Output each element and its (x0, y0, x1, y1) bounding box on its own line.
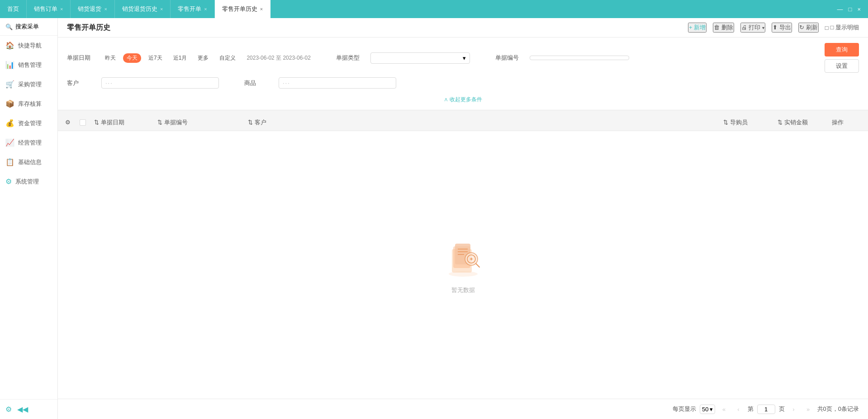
settings-icon[interactable]: ⚙ (5, 405, 12, 414)
goods-input[interactable]: ··· (279, 77, 396, 89)
print-button[interactable]: 🖨 打印 ▾ (740, 23, 766, 33)
sidebar-item-label: 基础信息 (18, 158, 42, 166)
sidebar-item-资金管理[interactable]: 💰资金管理 (0, 113, 57, 133)
date-shortcut-更多[interactable]: 更多 (194, 53, 212, 63)
total-label: 共0页，0条记录 (817, 405, 859, 413)
search-label: 搜索采单 (15, 23, 39, 31)
refresh-button[interactable]: ↻ 刷新 (798, 23, 819, 33)
print-label: 🖨 打印 (741, 24, 761, 32)
col-settings[interactable]: ⚙ (62, 119, 76, 126)
export-button[interactable]: ⬆ 导出 (772, 23, 792, 33)
next-page-btn[interactable]: › (788, 404, 799, 414)
tab-close-icon[interactable]: × (160, 6, 163, 12)
tab-零售开单历史[interactable]: 零售开单历史× (215, 0, 270, 18)
date-range: 2023-06-02 至 2023-06-02 (247, 54, 310, 62)
first-page-btn[interactable]: « (719, 404, 730, 414)
top-bar: 首页销售订单×销货退货×销货退货历史×零售开单×零售开单历史× — □ × (0, 0, 868, 18)
sidebar-item-label: 资金管理 (18, 119, 42, 127)
sidebar: 🔍 搜索采单 🏠快捷导航📊销售管理🛒采购管理📦库存核算💰资金管理📈经营管理📋基础… (0, 18, 58, 419)
sidebar-item-label: 采购管理 (18, 80, 42, 89)
sort-icon-guide[interactable]: ⇅ (723, 119, 728, 126)
page-title: 零售开单历史 (67, 23, 110, 33)
collapse-bar[interactable]: ∧ 收起更多条件 (67, 93, 859, 104)
maximize-icon[interactable]: □ (849, 6, 852, 13)
col-guide: ⇅ 导购员 (720, 118, 774, 127)
collapse-icon[interactable]: ◀◀ (17, 405, 28, 414)
sidebar-item-基础信息[interactable]: 📋基础信息 (0, 152, 57, 172)
sidebar-item-经营管理[interactable]: 📈经营管理 (0, 133, 57, 152)
empty-area: 暂无数据 (58, 131, 868, 399)
page-size-value: 50 (702, 406, 708, 413)
sidebar-icon: 🛒 (5, 80, 14, 89)
sidebar-item-label: 库存核算 (18, 100, 42, 108)
col-amount: ⇅ 实销金额 (774, 118, 828, 127)
tab-close-icon[interactable]: × (60, 6, 63, 12)
tab-首页[interactable]: 首页 (0, 0, 27, 18)
col-check[interactable] (76, 119, 90, 126)
sidebar-icon: ⚙ (5, 177, 12, 186)
sort-icon-num[interactable]: ⇅ (157, 119, 162, 126)
header-checkbox[interactable] (80, 119, 86, 126)
goods-label: 商品 (244, 79, 271, 87)
bill-num-input[interactable] (530, 56, 629, 60)
sidebar-item-label: 销售管理 (18, 61, 42, 69)
query-button[interactable]: 查询 (825, 43, 859, 56)
prev-page-btn[interactable]: ‹ (733, 404, 744, 414)
date-shortcut-昨天[interactable]: 昨天 (101, 53, 119, 63)
sidebar-search[interactable]: 🔍 搜索采单 (0, 18, 57, 36)
sidebar-item-采购管理[interactable]: 🛒采购管理 (0, 75, 57, 94)
sort-icon-amount[interactable]: ⇅ (778, 119, 783, 126)
tab-销货退货[interactable]: 销货退货× (71, 0, 114, 18)
tab-close-icon[interactable]: × (204, 6, 207, 12)
sidebar-icon: 📊 (5, 61, 14, 69)
empty-text: 暂无数据 (451, 286, 475, 294)
customer-input[interactable]: ··· (101, 77, 219, 89)
date-shortcut-自定义[interactable]: 自定义 (216, 53, 239, 63)
customer-label: 客户 (67, 79, 94, 87)
sidebar-item-销售管理[interactable]: 📊销售管理 (0, 55, 57, 75)
minimize-icon[interactable]: — (837, 6, 843, 13)
date-shortcut-近1月[interactable]: 近1月 (170, 53, 191, 63)
checkbox-icon: □ (825, 24, 829, 31)
sidebar-icon: 📋 (5, 158, 14, 166)
date-shortcut-今天[interactable]: 今天 (123, 53, 141, 63)
filter-row-2: 客户 ··· 商品 ··· (67, 77, 859, 89)
main-layout: 🔍 搜索采单 🏠快捷导航📊销售管理🛒采购管理📦库存核算💰资金管理📈经营管理📋基础… (0, 18, 868, 419)
table-header: ⚙ ⇅ 单据日期 ⇅ 单据编号 ⇅ 客户 ⇅ (58, 114, 868, 131)
sidebar-items: 🏠快捷导航📊销售管理🛒采购管理📦库存核算💰资金管理📈经营管理📋基础信息⚙系统管理 (0, 36, 57, 191)
sidebar-bottom: ⚙ ◀◀ (0, 399, 57, 419)
sidebar-item-快捷导航[interactable]: 🏠快捷导航 (0, 36, 57, 55)
sidebar-icon: 📦 (5, 99, 14, 108)
tab-close-icon[interactable]: × (260, 6, 263, 12)
date-shortcut-近7天[interactable]: 近7天 (145, 53, 166, 63)
delete-button[interactable]: 🗑 删除 (713, 23, 734, 33)
print-chevron: ▾ (762, 25, 764, 30)
toolbar: + 新增 🗑 删除 🖨 打印 ▾ ⬆ 导出 ↻ 刷新 □ □ 显示明细 (688, 23, 859, 33)
tab-零售开单[interactable]: 零售开单× (171, 0, 214, 18)
col-date-label: 单据日期 (101, 118, 124, 127)
page-size-chevron: ▾ (710, 406, 713, 413)
sort-icon[interactable]: ⇅ (94, 119, 99, 126)
gear-icon[interactable]: ⚙ (65, 119, 71, 126)
sort-icon-customer[interactable]: ⇅ (248, 119, 253, 126)
display-detail-toggle[interactable]: □ □ 显示明细 (825, 24, 859, 32)
sidebar-item-库存核算[interactable]: 📦库存核算 (0, 94, 57, 113)
page-input[interactable] (757, 405, 775, 414)
col-guide-label: 导购员 (730, 118, 748, 127)
filter-settings-button[interactable]: 设置 (825, 59, 859, 73)
close-icon[interactable]: × (857, 6, 861, 13)
col-action-label: 操作 (832, 118, 844, 127)
tab-close-icon[interactable]: × (104, 6, 107, 12)
bill-type-select[interactable]: ▾ (370, 52, 470, 64)
add-button[interactable]: + 新增 (688, 23, 707, 33)
tab-销货退货历史[interactable]: 销货退货历史× (115, 0, 171, 18)
sidebar-item-系统管理[interactable]: ⚙系统管理 (0, 172, 57, 191)
filter-row-1: 单据日期 昨天今天近7天近1月更多自定义 2023-06-02 至 2023-0… (67, 43, 859, 73)
last-page-btn[interactable]: » (803, 404, 814, 414)
col-amount-label: 实销金额 (784, 118, 808, 127)
dropdown-icon: ▾ (463, 55, 466, 61)
bill-type-label: 单据类型 (336, 54, 363, 62)
tab-销售订单[interactable]: 销售订单× (27, 0, 71, 18)
sidebar-icon: 💰 (5, 119, 14, 127)
page-size-select[interactable]: 50 ▾ (700, 405, 715, 414)
